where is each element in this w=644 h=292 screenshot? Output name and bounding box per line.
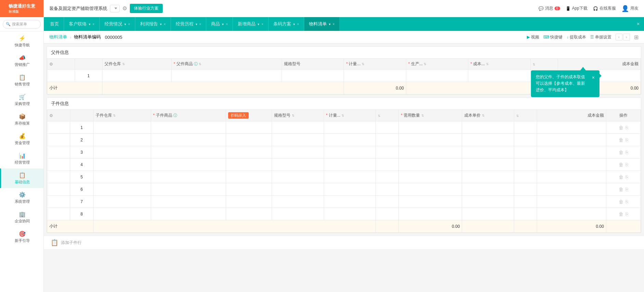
- child-quantity-cell[interactable]: [399, 183, 462, 196]
- close-icon[interactable]: ×: [128, 22, 130, 26]
- close-icon[interactable]: ×: [226, 22, 228, 26]
- sidebar-item-quick-nav[interactable]: ⚡ 快捷导航: [0, 32, 44, 51]
- parent-production-cell[interactable]: [406, 70, 468, 82]
- view-video-action[interactable]: ▶ 视频: [527, 34, 539, 40]
- sidebar-item-finance[interactable]: 💰 资金管理: [0, 129, 44, 149]
- child-spec-cell[interactable]: [272, 134, 324, 146]
- child-warehouse-cell[interactable]: [93, 121, 151, 134]
- child-quantity-cell[interactable]: [399, 146, 462, 159]
- sidebar-item-purchase[interactable]: 🛒 采购管理: [0, 90, 44, 110]
- shortcut-action[interactable]: ⌨ 快捷键: [543, 34, 562, 40]
- child-product-cell[interactable]: [151, 134, 226, 146]
- column-settings-icon[interactable]: ⚙: [49, 62, 53, 67]
- tab-history[interactable]: 经营历程 ▾ ×: [171, 17, 207, 31]
- parent-product-cell[interactable]: [171, 70, 282, 82]
- search-menu-button[interactable]: 🔍 搜索菜单: [3, 20, 41, 28]
- close-icon[interactable]: ×: [164, 22, 166, 26]
- close-icon[interactable]: ×: [199, 22, 201, 26]
- child-unit-price-cell[interactable]: [462, 146, 514, 159]
- sidebar-item-basic[interactable]: 📋 基础信息: [0, 168, 44, 188]
- tab-new-goods[interactable]: 新增商品 ▾ ×: [233, 17, 269, 31]
- delete-icon[interactable]: 🗑: [619, 150, 623, 155]
- child-warehouse-cell[interactable]: [93, 159, 151, 171]
- child-spec-cell[interactable]: [272, 121, 324, 134]
- copy-icon[interactable]: ⎘: [626, 125, 628, 130]
- child-unit-price-cell[interactable]: [462, 171, 514, 183]
- child-quantity-cell[interactable]: [399, 196, 462, 208]
- tab-goods[interactable]: 商品 ▾ ×: [206, 17, 233, 31]
- online-service-item[interactable]: 🎧 在线客服: [593, 5, 616, 11]
- child-spec-cell[interactable]: [272, 196, 324, 208]
- th-unit[interactable]: * 计量... ⇅: [344, 59, 406, 70]
- child-warehouse-cell[interactable]: [93, 146, 151, 159]
- copy-icon[interactable]: ⎘: [626, 187, 628, 192]
- child-unit-price-cell[interactable]: [462, 196, 514, 208]
- column-settings-icon[interactable]: ⚙: [49, 113, 53, 118]
- app-download-item[interactable]: 📱 App下载: [566, 5, 587, 11]
- tab-profit[interactable]: 利润报告 ▾ ×: [135, 17, 171, 31]
- child-unit-price-cell[interactable]: [462, 159, 514, 171]
- parent-cost-cell[interactable]: [468, 70, 530, 82]
- sidebar-item-enterprise[interactable]: 🏢 企业协同: [0, 208, 44, 227]
- tab-home[interactable]: 首页: [45, 17, 64, 31]
- breadcrumb-main[interactable]: 物料清单: [49, 34, 67, 40]
- child-product-cell[interactable]: [151, 171, 226, 183]
- close-icon[interactable]: ×: [261, 22, 263, 26]
- grid-view-icon[interactable]: ⊞: [634, 34, 639, 40]
- copy-icon[interactable]: ⎘: [626, 199, 628, 205]
- child-warehouse-cell[interactable]: [93, 171, 151, 183]
- th-production[interactable]: * 生产... ⇅: [406, 59, 468, 70]
- delete-icon[interactable]: 🗑: [619, 211, 623, 217]
- child-product-cell[interactable]: [151, 121, 226, 134]
- th-child-quantity[interactable]: * 需用数量 ⇅: [399, 110, 462, 121]
- child-product-cell[interactable]: [151, 146, 226, 159]
- scan-input-btn[interactable]: 扫码录入: [228, 112, 249, 119]
- child-unit-price-cell[interactable]: [462, 121, 514, 134]
- delete-icon[interactable]: 🗑: [619, 125, 623, 130]
- child-product-cell[interactable]: [151, 159, 226, 171]
- extract-cost-action[interactable]: ↓ 提取成本: [567, 34, 586, 40]
- child-quantity-cell[interactable]: [399, 121, 462, 134]
- settings-gear-icon[interactable]: ⚙: [122, 5, 127, 12]
- delete-icon[interactable]: 🗑: [619, 162, 623, 167]
- parent-unit-cell[interactable]: [344, 70, 406, 82]
- close-all-icon[interactable]: ✕: [634, 22, 643, 26]
- sidebar-item-inventory[interactable]: 📦 库存核算: [0, 110, 44, 129]
- child-spec-cell[interactable]: [272, 183, 324, 196]
- child-unit-price-cell[interactable]: [462, 183, 514, 196]
- sidebar-item-sales[interactable]: 📋 销售管理: [0, 71, 44, 90]
- child-spec-cell[interactable]: [272, 146, 324, 159]
- th-cost[interactable]: * 成本... ⇅: [468, 59, 530, 70]
- copy-icon[interactable]: ⎘: [626, 174, 628, 180]
- child-unit-price-cell[interactable]: [462, 208, 514, 220]
- tab-customer[interactable]: 客户联络 ▾ ×: [64, 17, 100, 31]
- child-unit-price-cell[interactable]: [462, 134, 514, 146]
- child-unit-cell[interactable]: [324, 134, 375, 146]
- th-child-warehouse[interactable]: 子件仓库 ⇅: [93, 110, 151, 121]
- th-parent-warehouse[interactable]: 父件仓库 ⇅: [102, 59, 172, 70]
- delete-icon[interactable]: 🗑: [619, 174, 623, 180]
- child-unit-cell[interactable]: [324, 183, 375, 196]
- next-arrow[interactable]: ›: [623, 34, 630, 40]
- child-unit-cell[interactable]: [324, 196, 375, 208]
- sidebar-search-area[interactable]: 🔍 搜索菜单: [0, 17, 44, 32]
- close-icon[interactable]: ×: [297, 22, 299, 26]
- sidebar-item-operation[interactable]: 📊 经营管理: [0, 149, 44, 168]
- prev-arrow[interactable]: ‹: [616, 34, 622, 40]
- child-quantity-cell[interactable]: [399, 208, 462, 220]
- copy-icon[interactable]: ⎘: [626, 137, 628, 143]
- tab-operation-status[interactable]: 经营情况 ▾ ×: [100, 17, 135, 31]
- child-warehouse-cell[interactable]: [93, 196, 151, 208]
- sidebar-item-marketing[interactable]: 📣 营销推广: [0, 51, 44, 71]
- add-row-icon[interactable]: 📋: [51, 239, 58, 246]
- child-unit-cell[interactable]: [324, 171, 375, 183]
- child-spec-cell[interactable]: [272, 159, 324, 171]
- child-spec-cell[interactable]: [272, 171, 324, 183]
- tab-barcode[interactable]: 条码方案 ▾ ×: [269, 17, 304, 31]
- tab-bom[interactable]: 物料清单 ▾ ×: [304, 17, 340, 31]
- child-product-cell[interactable]: [151, 183, 226, 196]
- child-unit-cell[interactable]: [324, 208, 375, 220]
- close-icon[interactable]: ×: [92, 22, 95, 26]
- close-icon[interactable]: ×: [333, 22, 335, 26]
- sidebar-item-guide[interactable]: 🎯 新手引导: [0, 227, 44, 247]
